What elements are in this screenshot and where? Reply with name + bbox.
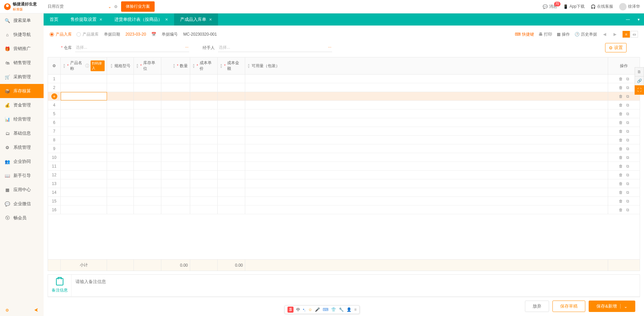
tab-0[interactable]: 首页 — [44, 13, 64, 26]
table-row[interactable]: 1🗑⧉ — [48, 75, 640, 83]
radio-product-out[interactable]: 产品退库 — [76, 32, 99, 37]
support-button[interactable]: 🎧 在线客服 — [591, 4, 613, 9]
copy-row-icon[interactable]: ⧉ — [626, 129, 629, 134]
col-product-name[interactable]: ▲▼*产品名称ⓘ扫码录入 — [61, 57, 107, 74]
tab-menu-button[interactable]: ▾ — [633, 13, 644, 26]
category-dropdown[interactable]: 日用百货 ⌄ — [48, 4, 111, 9]
copy-row-icon[interactable]: ⧉ — [626, 173, 629, 177]
view-list-button[interactable]: ≡ — [623, 31, 630, 38]
ime-smiley-icon[interactable]: ☺ — [308, 307, 312, 312]
discard-button[interactable]: 放弃 — [525, 301, 549, 312]
sidebar-item-cart[interactable]: 🛒采购管理 — [0, 70, 44, 84]
table-row[interactable]: 11🗑⧉ — [48, 162, 640, 171]
col-config[interactable]: ⚙ — [48, 57, 61, 74]
delete-row-icon[interactable]: 🗑 — [619, 129, 623, 134]
gear-icon[interactable]: ⚙ — [114, 4, 118, 9]
ime-skin-icon[interactable]: 👕 — [331, 307, 336, 312]
dock-note-button[interactable]: 🗎 — [635, 67, 644, 77]
dock-link-button[interactable]: 🔗 — [635, 76, 644, 86]
user-menu[interactable]: 徐泽华 — [619, 3, 640, 10]
ime-tool-icon[interactable]: 🔧 — [339, 307, 344, 312]
delete-row-icon[interactable]: 🗑 — [619, 199, 623, 204]
table-row[interactable]: 5🗑⧉ — [48, 109, 640, 118]
copy-row-icon[interactable]: ⧉ — [626, 146, 629, 151]
sidebar-item-bag[interactable]: 🛍销售管理 — [0, 56, 44, 70]
save-draft-button[interactable]: 保存草稿 — [552, 301, 585, 312]
delete-row-icon[interactable]: 🗑 — [619, 103, 623, 107]
sidebar-item-vip[interactable]: Ⓥ畅会员 — [0, 211, 44, 225]
delete-row-icon[interactable]: 🗑 — [619, 77, 623, 81]
add-row-button[interactable]: + — [51, 93, 57, 99]
table-row[interactable]: 8🗑⧉ — [48, 136, 640, 144]
table-row[interactable]: +🗑⧉ — [48, 92, 640, 101]
sidebar-item-chart[interactable]: 📊经营管理 — [0, 112, 44, 126]
sidebar-item-apps[interactable]: ▦应用中心 — [0, 183, 44, 197]
app-download-button[interactable]: 📱 App下载 — [563, 4, 585, 9]
table-row[interactable]: 12🗑⧉ — [48, 171, 640, 179]
table-row[interactable]: 14🗑⧉ — [48, 188, 640, 197]
delete-row-icon[interactable]: 🗑 — [619, 94, 623, 99]
copy-row-icon[interactable]: ⧉ — [626, 190, 629, 195]
tab-minimize-button[interactable]: — — [623, 13, 633, 26]
radio-product-in[interactable]: 产品入库 — [50, 32, 72, 37]
delete-row-icon[interactable]: 🗑 — [619, 120, 623, 125]
sidebar-item-guide[interactable]: 📖新手引导 — [0, 169, 44, 183]
table-row[interactable]: 6🗑⧉ — [48, 118, 640, 127]
sidebar-item-wechat[interactable]: 💬企业微信 — [0, 197, 44, 211]
sidebar-item-box[interactable]: 📦库存核算 — [0, 84, 44, 98]
table-row[interactable]: 9🗑⧉ — [48, 144, 640, 153]
tab-2[interactable]: 进货单统计表（按商品）✕ — [108, 13, 174, 26]
ime-punct-icon[interactable]: •, — [303, 307, 306, 312]
copy-row-icon[interactable]: ⧉ — [626, 208, 629, 212]
delete-row-icon[interactable]: 🗑 — [619, 173, 623, 177]
copy-row-icon[interactable]: ⧉ — [626, 138, 629, 142]
handler-select[interactable]: 选择... ··· — [218, 43, 332, 52]
sidebar-item-gift[interactable]: 🎁营销推广 — [0, 42, 44, 56]
table-row[interactable]: 13🗑⧉ — [48, 179, 640, 188]
print-button[interactable]: 🖶打印 — [539, 32, 552, 37]
warehouse-select[interactable]: 选择... ··· — [75, 43, 189, 52]
save-new-button[interactable]: 保存&新增⌄ — [589, 301, 635, 312]
ime-user-icon[interactable]: 👤 — [346, 307, 352, 312]
col-amount[interactable]: ▲▼*成本金额 — [218, 57, 245, 74]
copy-row-icon[interactable]: ⧉ — [626, 164, 629, 169]
ime-mic-icon[interactable]: 🎤 — [315, 307, 320, 312]
table-row[interactable]: 16🗑⧉ — [48, 206, 640, 214]
table-row[interactable]: 15🗑⧉ — [48, 197, 640, 206]
copy-row-icon[interactable]: ⧉ — [626, 199, 629, 204]
view-card-button[interactable]: ▭ — [631, 31, 638, 38]
grid-settings-button[interactable]: ⚙设置 — [605, 43, 627, 52]
close-icon[interactable]: ✕ — [99, 17, 102, 22]
copy-row-icon[interactable]: ⧉ — [626, 155, 629, 160]
sidebar-item-search[interactable]: 🔍搜索菜单 — [0, 13, 44, 28]
sidebar-item-doc[interactable]: 🗂基础信息 — [0, 126, 44, 140]
table-row[interactable]: 7🗑⧉ — [48, 127, 640, 136]
product-name-input[interactable] — [61, 92, 107, 100]
copy-row-icon[interactable]: ⧉ — [626, 103, 629, 107]
delete-row-icon[interactable]: 🗑 — [619, 146, 623, 151]
delete-row-icon[interactable]: 🗑 — [619, 111, 623, 116]
delete-row-icon[interactable]: 🗑 — [619, 85, 623, 90]
tab-1[interactable]: 售价提取设置✕ — [64, 13, 108, 26]
sidebar-item-home[interactable]: ⌂快捷导航 — [0, 28, 44, 42]
delete-row-icon[interactable]: 🗑 — [619, 155, 623, 160]
col-available[interactable]: ▲▼可用量（包装） — [245, 57, 608, 74]
ime-lang[interactable]: 中 — [296, 307, 300, 313]
settings-icon[interactable]: ⚙ — [5, 308, 9, 313]
col-spec[interactable]: ▲▼规格型号 — [107, 57, 134, 74]
date-value[interactable]: 2023-03-20 — [125, 32, 146, 37]
table-row[interactable]: 10🗑⧉ — [48, 153, 640, 162]
copy-row-icon[interactable]: ⧉ — [626, 181, 629, 186]
col-qty[interactable]: ▲▼*数量 — [161, 57, 190, 74]
copy-row-icon[interactable]: ⧉ — [626, 77, 629, 81]
dock-expand-button[interactable]: ⛶ — [635, 85, 644, 95]
ime-keyboard-icon[interactable]: ⌨ — [323, 307, 328, 312]
copy-row-icon[interactable]: ⧉ — [626, 120, 629, 125]
calendar-icon[interactable]: 📅 — [151, 32, 156, 37]
table-row[interactable]: 4🗑⧉ — [48, 101, 640, 109]
history-button[interactable]: 🕑历史单据 — [575, 32, 597, 37]
table-row[interactable]: 2🗑⧉ — [48, 83, 640, 92]
messages-button[interactable]: 💬 消息 70 — [543, 4, 557, 9]
tab-3[interactable]: 产成品入库单✕ — [174, 13, 218, 26]
sidebar-item-wallet[interactable]: 💰资金管理 — [0, 98, 44, 112]
